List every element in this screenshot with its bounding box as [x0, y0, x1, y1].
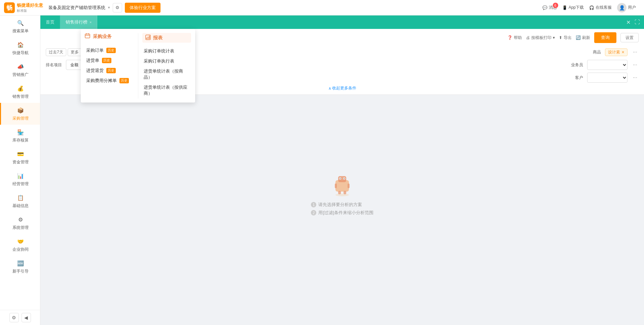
purchase-dropdown-menu: 采购业务 采购订单 历史 进货单 历史 进货退货 历史: [81, 29, 195, 103]
sidebar-label-system: 系统管理: [12, 225, 29, 231]
order-stats-label: 采购订单统计表: [144, 48, 174, 54]
order-exec-label: 采购订单执行表: [144, 58, 174, 64]
collapse-btn[interactable]: ∧ 收起更多条件: [328, 85, 356, 91]
user-label: 用户: [628, 5, 636, 10]
empty-state: 1 请先选择要分析的方案 2 用[过滤]条件来缩小分析范围: [40, 95, 644, 325]
sidebar-item-inventory[interactable]: 🏪 库存核算: [0, 125, 40, 147]
empty-illustration: [329, 171, 356, 198]
tab-home-label: 首页: [46, 19, 55, 25]
dropdown-divider: [138, 33, 138, 98]
user-avatar: 👤: [617, 3, 627, 12]
query-btn[interactable]: 查询: [594, 32, 616, 43]
sidebar-item-system[interactable]: ⚙ 系统管理: [0, 212, 40, 234]
tab-sales-rank[interactable]: 销售排行榜 ×: [60, 15, 97, 29]
purchase-expense-label: 采购费用分摊单: [86, 78, 117, 84]
tab-maximize-btn[interactable]: ⛶: [635, 19, 640, 25]
svg-rect-9: [338, 191, 341, 194]
tab-close-icon[interactable]: ×: [90, 20, 92, 24]
app-download-item[interactable]: 📱 App下载: [562, 5, 584, 10]
handshake-icon: 🤝: [16, 237, 25, 245]
sidebar-item-purchase[interactable]: 📦 采购管理: [0, 103, 40, 125]
report-header-icon: [145, 34, 151, 41]
menu-item-goods-receipt[interactable]: 进货单 历史: [85, 55, 134, 66]
goods-ellipsis-btn[interactable]: ···: [632, 49, 639, 55]
tab-controls: ✕ ⛶: [622, 19, 644, 26]
sidebar-item-basic-info[interactable]: 📋 基础信息: [0, 190, 40, 212]
sidebar-collapse-btn[interactable]: ◀: [22, 313, 31, 322]
goods-tag-close[interactable]: ×: [621, 49, 624, 55]
purchase-header-icon: [85, 33, 91, 40]
online-service-item[interactable]: 🎧 在线客服: [589, 5, 612, 10]
sidebar-item-operations[interactable]: 📊 经营管理: [0, 168, 40, 190]
sidebar-item-quick-nav[interactable]: 🏠 快捷导航: [0, 37, 40, 59]
date-more-btn[interactable]: 更多: [68, 48, 82, 56]
sidebar-label-purchase: 采购管理: [12, 116, 29, 121]
svg-rect-11: [85, 34, 90, 38]
goods-tag: 设计素 ×: [605, 48, 627, 56]
menu-item-order-stats[interactable]: 采购订单统计表: [142, 46, 191, 56]
print-template-btn[interactable]: 🖨 按模板打印 ▾: [526, 35, 555, 41]
salesman-ellipsis-btn[interactable]: ···: [632, 62, 639, 68]
menu-item-goods-return[interactable]: 进货退货 历史: [85, 66, 134, 76]
dropdown-cols: 采购业务 采购订单 历史 进货单 历史 进货退货 历史: [85, 33, 191, 98]
sidebar-item-guide[interactable]: 🆕 新手引导: [0, 256, 40, 278]
customer-select[interactable]: [587, 73, 628, 83]
notification-icon: 💬: [542, 5, 547, 10]
user-item[interactable]: 👤 用户: [617, 3, 636, 12]
receipt-stats-supplier-label: 进货单统计表（按供应商）: [144, 84, 190, 96]
menu-item-receipt-stats-supplier[interactable]: 进货单统计表（按供应商）: [142, 82, 191, 98]
sidebar-item-search[interactable]: 🔍 搜索菜单: [0, 15, 40, 37]
svg-rect-8: [348, 184, 350, 188]
history-badge-1: 历史: [102, 58, 111, 63]
menu-item-receipt-stats-goods[interactable]: 进货单统计表（按商品）: [142, 66, 191, 82]
settings-btn[interactable]: 设置: [620, 33, 639, 42]
salesman-label: 业务员: [571, 62, 583, 68]
goods-receipt-label: 进货单: [86, 57, 99, 64]
svg-point-5: [340, 178, 341, 179]
tab-close-window-btn[interactable]: ✕: [626, 19, 631, 26]
sidebar-item-enterprise[interactable]: 🤝 企业协同: [0, 234, 40, 256]
history-badge-0: 历史: [106, 48, 116, 53]
empty-tips: 1 请先选择要分析的方案 2 用[过滤]条件来缩小分析范围: [311, 202, 373, 216]
sidebar-settings-btn[interactable]: ⚙: [9, 313, 19, 322]
menu-item-purchase-order[interactable]: 采购订单 历史: [85, 45, 134, 55]
industry-btn[interactable]: 体验行业方案: [125, 3, 160, 13]
title-dropdown-arrow[interactable]: ▾: [108, 5, 110, 10]
dropdown-purchase-header: 采购业务: [85, 33, 134, 42]
empty-tip-2: 2 用[过滤]条件来缩小分析范围: [311, 210, 373, 216]
sidebar-label-quick-nav: 快捷导航: [12, 50, 29, 56]
salesman-select[interactable]: [587, 60, 628, 70]
menu-item-order-exec[interactable]: 采购订单执行表: [142, 56, 191, 66]
sidebar-item-finance[interactable]: 💳 资金管理: [0, 147, 40, 168]
sidebar-label-inventory: 库存核算: [12, 137, 29, 143]
dropdown-report-header: 报表: [142, 33, 191, 43]
notification-item[interactable]: 💬 消息 6: [542, 5, 557, 10]
headset-icon: 🎧: [589, 5, 594, 10]
chart-icon: 📊: [16, 172, 25, 180]
notification-badge: 6: [553, 3, 558, 8]
menu-item-purchase-expense[interactable]: 采购费用分摊单 历史: [85, 76, 134, 86]
tab-home[interactable]: 首页: [40, 15, 60, 29]
package-icon: 📦: [16, 106, 25, 114]
phone-icon: 📱: [562, 5, 567, 10]
date-past7-btn[interactable]: 过去7天: [46, 48, 66, 56]
sidebar-label-enterprise: 企业协同: [12, 247, 29, 252]
settings-icon-btn[interactable]: ⚙: [113, 3, 122, 12]
export-btn[interactable]: ⬆ 导出: [559, 35, 572, 41]
logo-icon: 畅: [4, 2, 15, 13]
sidebar-label-basic-info: 基础信息: [12, 203, 29, 209]
sidebar-item-sales[interactable]: 💰 销售管理: [0, 81, 40, 103]
help-btn[interactable]: ❓ 帮助: [507, 35, 522, 41]
customer-ellipsis-btn[interactable]: ···: [632, 75, 639, 81]
svg-point-6: [344, 178, 345, 179]
dropdown-col-purchase: 采购业务 采购订单 历史 进货单 历史 进货退货 历史: [85, 33, 134, 98]
sidebar-bottom: ⚙ ◀: [0, 310, 40, 325]
sidebar-item-marketing[interactable]: 📣 营销推广: [0, 59, 40, 81]
sidebar-label-sales: 销售管理: [12, 94, 29, 99]
search-icon: 🔍: [16, 19, 25, 27]
collapse-icon: ∧: [328, 86, 331, 91]
money-icon: 💰: [16, 84, 25, 92]
system-title-bar: 装备及固定资产辅助管理系统 ▾ ⚙ 体验行业方案: [44, 3, 542, 13]
refresh-btn[interactable]: 🔄 刷新: [576, 35, 590, 41]
gear-icon: ⚙: [16, 215, 25, 224]
